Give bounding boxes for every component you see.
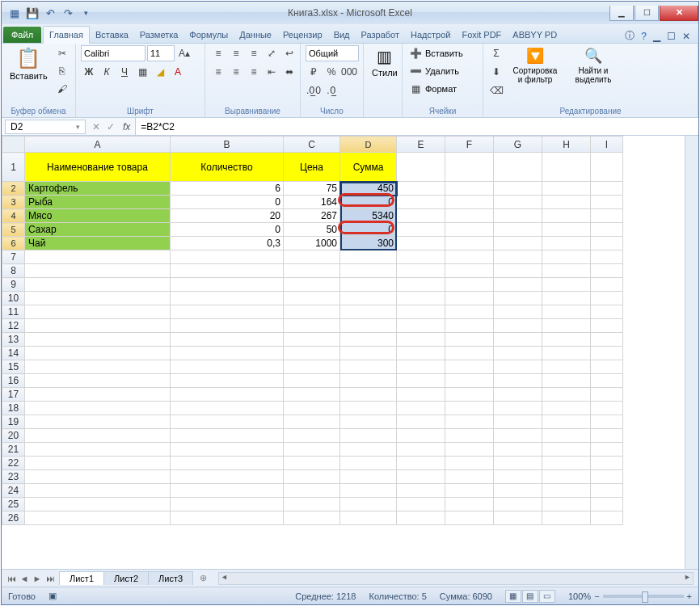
zoom-slider[interactable] bbox=[603, 595, 684, 598]
font-color-icon[interactable]: A bbox=[170, 64, 186, 80]
cell[interactable] bbox=[25, 429, 171, 443]
cell[interactable] bbox=[591, 250, 623, 264]
cell[interactable] bbox=[494, 347, 542, 360]
cell[interactable] bbox=[284, 429, 340, 443]
cell[interactable] bbox=[397, 182, 445, 196]
cell[interactable] bbox=[542, 278, 591, 292]
find-select-button[interactable]: 🔍 Найти и выделить bbox=[566, 45, 621, 86]
currency-icon[interactable]: ₽ bbox=[306, 64, 322, 80]
cell[interactable] bbox=[171, 360, 284, 374]
cell[interactable] bbox=[284, 278, 340, 292]
cell[interactable] bbox=[284, 511, 340, 525]
cell[interactable] bbox=[542, 319, 591, 333]
cell-name[interactable]: Рыба bbox=[25, 196, 171, 209]
cell[interactable] bbox=[445, 250, 494, 264]
cell[interactable] bbox=[591, 347, 623, 360]
cell[interactable] bbox=[542, 484, 591, 498]
cell[interactable] bbox=[171, 250, 284, 264]
cell[interactable] bbox=[397, 498, 445, 511]
cell[interactable] bbox=[494, 196, 542, 209]
cell[interactable] bbox=[542, 402, 591, 415]
cell[interactable] bbox=[284, 498, 340, 511]
row-header-21[interactable]: 21 bbox=[2, 443, 25, 457]
header-cell[interactable]: Количество bbox=[171, 153, 284, 182]
cell-price[interactable]: 75 bbox=[284, 182, 340, 196]
cell[interactable] bbox=[397, 305, 445, 319]
ribbon-tab-10[interactable]: ABBYY PD bbox=[507, 27, 563, 43]
cell[interactable] bbox=[284, 484, 340, 498]
cell[interactable] bbox=[25, 278, 171, 292]
cell[interactable] bbox=[445, 360, 494, 374]
header-cell[interactable]: Цена bbox=[284, 153, 340, 182]
cell[interactable] bbox=[494, 415, 542, 429]
row-header-19[interactable]: 19 bbox=[2, 415, 25, 429]
format-painter-icon[interactable]: 🖌 bbox=[54, 81, 70, 97]
help-icon[interactable]: ? bbox=[641, 31, 647, 42]
row-header-23[interactable]: 23 bbox=[2, 470, 25, 484]
cell[interactable] bbox=[397, 278, 445, 292]
cell[interactable] bbox=[340, 360, 397, 374]
horizontal-scrollbar[interactable] bbox=[218, 572, 694, 585]
inc-decimal-icon[interactable]: .0̲0 bbox=[306, 82, 322, 99]
cell-sum[interactable]: 300 bbox=[340, 237, 397, 250]
cell[interactable] bbox=[25, 347, 171, 360]
row-header-11[interactable]: 11 bbox=[2, 305, 25, 319]
cell[interactable] bbox=[397, 360, 445, 374]
cell[interactable] bbox=[25, 470, 171, 484]
cell[interactable] bbox=[494, 457, 542, 470]
cell[interactable] bbox=[340, 484, 397, 498]
cell[interactable] bbox=[591, 457, 623, 470]
dec-decimal-icon[interactable]: .0̲ bbox=[323, 82, 339, 99]
cell[interactable] bbox=[494, 484, 542, 498]
cell[interactable] bbox=[340, 264, 397, 278]
cell-qty[interactable]: 0 bbox=[171, 223, 284, 237]
cell[interactable] bbox=[397, 415, 445, 429]
cell[interactable] bbox=[340, 402, 397, 415]
maximize-button[interactable] bbox=[635, 6, 659, 21]
cell[interactable] bbox=[591, 182, 623, 196]
cell[interactable] bbox=[445, 237, 494, 250]
view-break-icon[interactable]: ▭ bbox=[539, 590, 555, 603]
cell[interactable] bbox=[591, 388, 623, 402]
cell[interactable] bbox=[494, 511, 542, 525]
cell[interactable] bbox=[445, 470, 494, 484]
cell[interactable] bbox=[445, 415, 494, 429]
cell-price[interactable]: 164 bbox=[284, 196, 340, 209]
number-format-select[interactable] bbox=[306, 45, 359, 61]
ribbon-tab-3[interactable]: Формулы bbox=[183, 27, 234, 43]
cell[interactable] bbox=[171, 374, 284, 388]
merge-icon[interactable]: ⬌ bbox=[281, 64, 297, 80]
row-header-7[interactable]: 7 bbox=[2, 250, 25, 264]
fill-icon[interactable]: ⬇ bbox=[488, 64, 504, 80]
cell[interactable] bbox=[591, 278, 623, 292]
cell[interactable] bbox=[284, 457, 340, 470]
cell[interactable] bbox=[445, 457, 494, 470]
cell[interactable] bbox=[591, 429, 623, 443]
cell[interactable] bbox=[340, 457, 397, 470]
font-name-select[interactable] bbox=[81, 45, 145, 61]
cell[interactable] bbox=[25, 360, 171, 374]
align-center-icon[interactable]: ≡ bbox=[228, 64, 244, 80]
cell[interactable] bbox=[494, 223, 542, 237]
cell[interactable] bbox=[542, 415, 591, 429]
cell[interactable] bbox=[591, 484, 623, 498]
row-header-4[interactable]: 4 bbox=[2, 209, 25, 223]
cell[interactable] bbox=[397, 153, 445, 182]
cell-name[interactable]: Сахар bbox=[25, 223, 171, 237]
cell[interactable] bbox=[284, 388, 340, 402]
cell[interactable] bbox=[591, 209, 623, 223]
cell[interactable] bbox=[591, 237, 623, 250]
minimize-button[interactable] bbox=[609, 6, 634, 21]
cell[interactable] bbox=[25, 388, 171, 402]
cell[interactable] bbox=[25, 305, 171, 319]
cell[interactable] bbox=[445, 402, 494, 415]
cell-qty[interactable]: 0,3 bbox=[171, 237, 284, 250]
ribbon-tab-0[interactable]: Главная bbox=[43, 26, 90, 44]
sheet-tab-1[interactable]: Лист2 bbox=[103, 571, 149, 585]
row-header-14[interactable]: 14 bbox=[2, 347, 25, 360]
row-header-8[interactable]: 8 bbox=[2, 264, 25, 278]
ribbon-minimize-icon[interactable]: ⓘ bbox=[625, 29, 635, 43]
cell[interactable] bbox=[340, 443, 397, 457]
view-normal-icon[interactable]: ▦ bbox=[505, 590, 521, 603]
cell[interactable] bbox=[542, 374, 591, 388]
